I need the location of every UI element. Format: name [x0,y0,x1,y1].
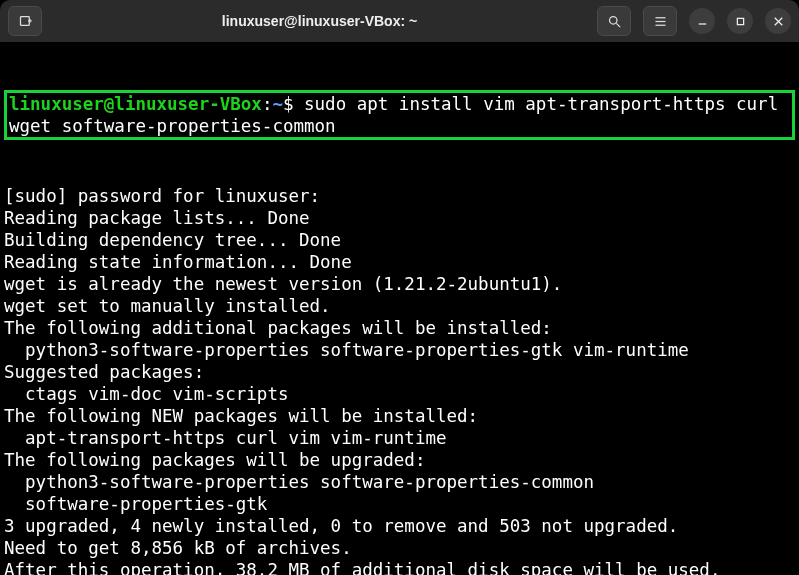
new-tab-button[interactable] [8,6,42,36]
titlebar-right [597,6,791,36]
output-line: The following NEW packages will be insta… [4,405,795,427]
svg-point-3 [609,16,617,24]
output-line: The following packages will be upgraded: [4,449,795,471]
output-line: 3 upgraded, 4 newly installed, 0 to remo… [4,515,795,537]
output-line: python3-software-properties software-pro… [4,339,795,361]
svg-rect-0 [20,16,29,25]
close-button[interactable] [765,8,791,34]
output-line: Need to get 8,856 kB of archives. [4,537,795,559]
search-button[interactable] [597,6,631,36]
terminal-output: [sudo] password for linuxuser: Reading p… [4,185,795,575]
prompt-separator: : [262,94,273,114]
hamburger-icon [653,14,668,29]
output-line: software-properties-gtk [4,493,795,515]
hamburger-menu-button[interactable] [643,6,677,36]
close-icon [771,14,786,29]
titlebar-left [8,6,42,36]
output-line: wget is already the newest version (1.21… [4,273,795,295]
minimize-button[interactable] [689,8,715,34]
output-line: python3-software-properties software-pro… [4,471,795,493]
prompt-user-host: linuxuser@linuxuser-VBox [9,94,262,114]
svg-line-4 [616,23,620,27]
output-line: apt-transport-https curl vim vim-runtime [4,427,795,449]
output-line: [sudo] password for linuxuser: [4,185,795,207]
output-line: The following additional packages will b… [4,317,795,339]
output-line: After this operation, 38.2 MB of additio… [4,559,795,575]
search-icon [607,14,622,29]
output-line: Reading package lists... Done [4,207,795,229]
output-line: Building dependency tree... Done [4,229,795,251]
output-line: ctags vim-doc vim-scripts [4,383,795,405]
window-title: linuxuser@linuxuser-VBox: ~ [50,13,589,29]
svg-rect-9 [737,18,743,24]
prompt-dollar: $ [283,94,294,114]
titlebar: linuxuser@linuxuser-VBox: ~ [0,0,799,42]
maximize-button[interactable] [727,8,753,34]
output-line: wget set to manually installed. [4,295,795,317]
minimize-icon [695,14,710,29]
prompt-path: ~ [272,94,283,114]
new-tab-icon [18,14,33,29]
maximize-icon [733,14,748,29]
output-line: Suggested packages: [4,361,795,383]
terminal-body[interactable]: linuxuser@linuxuser-VBox:~$ sudo apt ins… [0,42,799,575]
highlighted-command: linuxuser@linuxuser-VBox:~$ sudo apt ins… [4,90,795,140]
output-line: Reading state information... Done [4,251,795,273]
